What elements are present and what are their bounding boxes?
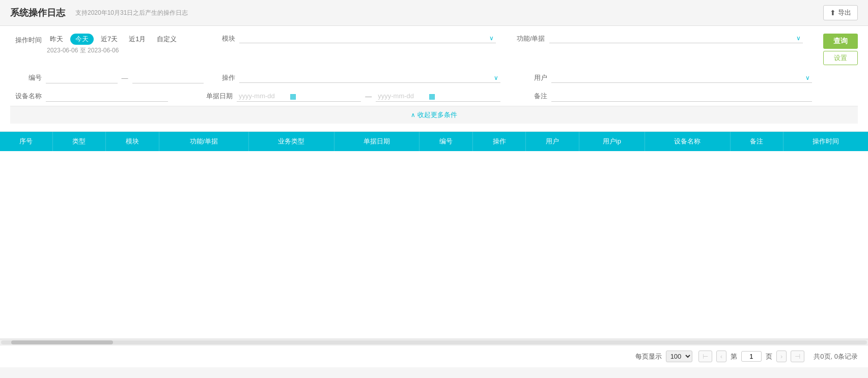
remark-label: 备注 (516, 92, 551, 101)
user-chevron-icon: ∨ (803, 74, 812, 81)
func-select[interactable]: ∨ (549, 34, 803, 43)
module-chevron-icon: ∨ (487, 35, 496, 42)
scrollbar-area[interactable] (0, 339, 868, 345)
page-input[interactable] (741, 351, 762, 362)
time-label: 操作时间 (10, 34, 46, 45)
empty-area (4, 156, 864, 334)
col-type: 类型 (52, 132, 105, 151)
date-from-wrapper: ▦ (237, 91, 361, 102)
col-index: 序号 (0, 132, 52, 151)
next-page-button[interactable]: › (776, 351, 787, 362)
collapse-bar[interactable]: ∧ 收起更多条件 (10, 106, 858, 124)
col-user-ip: 用户ip (579, 132, 645, 151)
settings-button[interactable]: 设置 (823, 51, 858, 65)
col-user: 用户 (526, 132, 579, 151)
device-label: 设备名称 (10, 92, 46, 101)
operation-value (239, 76, 492, 79)
page-title: 系统操作日志 (10, 7, 65, 19)
export-icon: ⬆ (830, 9, 836, 17)
date-label: 单据日期 (204, 92, 237, 101)
time-btn-today[interactable]: 今天 (70, 34, 94, 45)
number-dash: — (118, 74, 132, 82)
time-btn-yesterday[interactable]: 昨天 (46, 34, 67, 45)
page-size-label: 每页显示 (635, 352, 662, 361)
operation-select[interactable]: ∨ (239, 73, 500, 83)
time-filter: 昨天 今天 近7天 近1月 自定义 2023-06-06 至 2023-06-0… (46, 34, 204, 55)
calendar-from-icon[interactable]: ▦ (288, 92, 298, 100)
table-body (0, 151, 868, 339)
time-range-display: 2023-06-06 至 2023-06-06 (47, 46, 204, 55)
query-button[interactable]: 查询 (823, 34, 858, 49)
user-select[interactable]: ∨ (551, 73, 813, 83)
calendar-to-icon[interactable]: ▦ (427, 92, 437, 100)
date-to-wrapper: ▦ (376, 91, 500, 102)
col-device: 设备名称 (645, 132, 730, 151)
date-dash: — (361, 93, 376, 100)
table-header: 序号 类型 模块 功能/单据 业务类型 单据日期 编号 操作 用户 用户ip 设… (0, 132, 868, 151)
page-unit: 页 (766, 352, 772, 361)
last-page-button[interactable]: ⊣ (791, 351, 804, 362)
number-to-input[interactable] (132, 72, 204, 83)
remark-input[interactable] (551, 91, 813, 102)
operation-label: 操作 (204, 73, 239, 82)
func-chevron-icon: ∨ (794, 35, 803, 42)
page-label: 第 (731, 352, 737, 361)
col-biz-type: 业务类型 (249, 132, 334, 151)
date-from-input[interactable] (237, 91, 288, 101)
table-area: 序号 类型 模块 功能/单据 业务类型 单据日期 编号 操作 用户 用户ip 设… (0, 132, 868, 339)
module-select[interactable]: ∨ (239, 34, 496, 43)
page-subtitle: 支持2020年10月31日之后产生的操作日志 (75, 9, 188, 17)
device-input[interactable] (46, 91, 168, 102)
operation-chevron-icon: ∨ (492, 74, 500, 81)
time-btn-7days[interactable]: 近7天 (97, 34, 122, 45)
date-to-input[interactable] (376, 91, 427, 101)
filter-area: 操作时间 昨天 今天 近7天 近1月 自定义 2023-06-06 至 2023… (0, 26, 868, 132)
number-label: 编号 (10, 73, 46, 82)
pagination-bar: 每页显示 100 50 200 ⊢ ‹ 第 页 › ⊣ 共0页, 0条记录 (0, 345, 868, 367)
scrollbar-thumb[interactable] (11, 340, 113, 344)
col-number: 编号 (419, 132, 472, 151)
user-label: 用户 (516, 73, 551, 82)
time-buttons: 昨天 今天 近7天 近1月 自定义 (46, 34, 204, 45)
module-value (239, 37, 487, 40)
prev-page-button[interactable]: ‹ (716, 351, 726, 362)
col-date: 单据日期 (334, 132, 419, 151)
page-header: 系统操作日志 支持2020年10月31日之后产生的操作日志 ⬆ 导出 (0, 0, 868, 26)
col-func: 功能/单据 (159, 132, 248, 151)
export-label: 导出 (838, 8, 851, 17)
func-label: 功能/单据 (511, 34, 549, 43)
col-operation: 操作 (472, 132, 525, 151)
page-size-select[interactable]: 100 50 200 (666, 351, 692, 362)
time-btn-1month[interactable]: 近1月 (125, 34, 150, 45)
col-remark: 备注 (730, 132, 783, 151)
col-op-time: 操作时间 (783, 132, 868, 151)
number-from-input[interactable] (46, 72, 118, 83)
total-info: 共0页, 0条记录 (814, 352, 858, 361)
user-value (551, 76, 804, 79)
module-label: 模块 (204, 34, 239, 43)
func-value (549, 37, 795, 40)
data-table: 序号 类型 模块 功能/单据 业务类型 单据日期 编号 操作 用户 用户ip 设… (0, 132, 868, 339)
scrollbar-track[interactable] (1, 340, 867, 344)
first-page-button[interactable]: ⊢ (698, 351, 712, 362)
export-button[interactable]: ⬆ 导出 (823, 5, 858, 20)
collapse-label: 收起更多条件 (417, 110, 457, 120)
collapse-up-icon: ∧ (411, 111, 415, 119)
col-module: 模块 (106, 132, 159, 151)
action-buttons: 查询 设置 (823, 34, 858, 65)
time-btn-custom[interactable]: 自定义 (153, 34, 181, 45)
